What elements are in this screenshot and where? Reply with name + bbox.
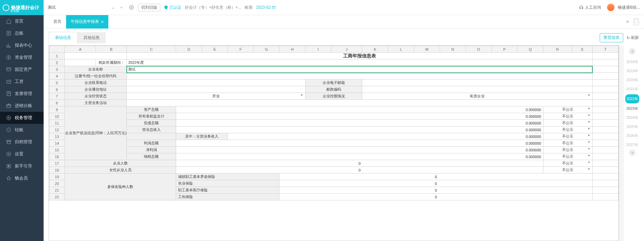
employee-count-input[interactable]: 0 [176,160,543,167]
cell[interactable] [592,80,618,86]
publish-select[interactable]: 不公示 [543,127,593,133]
cell[interactable] [65,59,96,66]
amount-input[interactable]: 0.000000 [176,140,543,147]
row-header[interactable]: 22 [49,194,65,200]
tab-home[interactable]: 首页 [49,15,66,29]
publish-select[interactable]: 不公示 [543,106,593,113]
publish-select[interactable]: 不公示 [543,160,593,167]
year-option[interactable]: 2020年 [624,76,641,85]
cell[interactable] [592,113,618,120]
row-header[interactable]: 18 [49,167,65,174]
amount-input[interactable]: 0.000000 [176,106,543,113]
year-option[interactable]: 2023年 [624,104,641,113]
nav-salary[interactable]: 工资 [0,76,44,88]
row-header[interactable]: 1 [49,53,65,59]
publish-select[interactable]: 不公示 [543,153,593,160]
cell[interactable] [592,147,618,153]
gear-icon[interactable] [128,4,135,11]
row-header[interactable]: 20 [49,180,65,187]
phone-input[interactable] [127,80,305,86]
tab-annual-report[interactable]: 年报信息申报表 × [66,15,108,29]
cell[interactable] [592,86,618,93]
row-header[interactable]: 7 [49,93,65,100]
row-header[interactable]: 5 [49,80,65,86]
cell[interactable] [592,187,618,194]
zipcode-input[interactable] [362,86,592,93]
amount-input[interactable]: 0.000000 [176,120,543,127]
row-header[interactable]: 10 [49,113,65,120]
vertical-scrollbar[interactable] [619,45,624,241]
row-header[interactable]: 15 [49,147,65,153]
year-option[interactable]: 2021年 [624,85,641,94]
status-select[interactable]: 开业 [127,93,305,100]
col-header[interactable]: J [331,46,362,53]
col-header[interactable]: S [572,46,592,53]
close-icon[interactable]: × [101,19,104,25]
cell[interactable] [65,53,127,59]
amount-input[interactable]: 0.000000 [176,127,543,133]
nav-archive[interactable]: 归档管理 [0,136,44,148]
col-header[interactable]: P [491,46,517,53]
nav-money[interactable]: 资金管理 [0,51,44,63]
insurance-count-input[interactable]: 0 [279,187,592,194]
year-down-button[interactable]: ∨ [629,149,636,156]
year-option[interactable]: 2022年 [625,94,639,103]
email-input[interactable] [362,80,592,86]
cell[interactable] [592,73,618,80]
year-option[interactable]: 2026年 [624,131,641,140]
row-header[interactable]: 11 [49,120,65,127]
switch-old-version-button[interactable]: 切到旧版 [138,4,160,11]
cell[interactable] [592,167,618,174]
cell[interactable] [592,180,618,187]
row-header[interactable]: 8 [49,100,65,106]
nav-gear[interactable]: 设置 [0,148,44,160]
cell[interactable] [592,59,618,66]
amount-input[interactable]: 0.000000 [228,133,543,140]
cell[interactable] [592,174,618,180]
col-header[interactable]: F [228,46,254,53]
col-header[interactable]: L [388,46,414,53]
cell[interactable] [592,140,618,147]
cell[interactable] [592,66,618,73]
nav-tax[interactable]: 税务管理 [0,112,44,124]
row-header[interactable]: 16 [49,153,65,160]
col-header[interactable]: A [65,46,96,53]
cell[interactable] [592,100,618,106]
cell[interactable] [592,194,618,200]
row-header[interactable]: 13 [49,133,65,140]
cell[interactable] [592,53,618,59]
amount-input[interactable]: 0.000000 [176,153,543,160]
row-header[interactable]: 19 [49,174,65,180]
col-header[interactable]: C [127,46,176,53]
col-header[interactable]: T [592,46,618,53]
row-header[interactable]: 6 [49,86,65,93]
insurance-count-input[interactable]: 0 [279,180,592,187]
female-count-input[interactable]: 0 [176,167,543,174]
nav-vip[interactable]: 畅会员 [0,172,44,184]
company-name-input[interactable]: 测试 [127,66,592,73]
year-option[interactable]: 2027年 [624,140,641,149]
col-header[interactable]: R [543,46,572,53]
col-header[interactable]: Q [518,46,543,53]
user-name[interactable]: 畅捷通B组... [618,5,640,10]
support-button[interactable]: 人工咨询 [579,5,601,10]
col-header[interactable]: M [414,46,440,53]
reg-number-input[interactable] [127,73,592,80]
avatar[interactable] [607,4,614,11]
spreadsheet[interactable]: ABCDEFGHIJKLMNOPQRST 1工商年报信息表2税款所属期间：202… [49,45,619,241]
row-header[interactable]: 4 [49,73,65,80]
col-header[interactable] [49,46,65,53]
business-input[interactable] [127,100,592,106]
expand-icon[interactable]: ⛶ [634,18,639,25]
nav-guide[interactable]: 新手引导 [0,160,44,172]
nav-home[interactable]: 首页 [0,15,44,27]
publish-select[interactable]: 不公示 [543,167,593,174]
publish-select[interactable]: 不公示 [543,113,593,120]
col-header[interactable]: N [440,46,466,53]
nav-ledger[interactable]: 总账 [0,27,44,39]
nav-asset[interactable]: 固定资产 [0,63,44,76]
cell[interactable] [592,93,618,100]
cell[interactable] [592,160,618,167]
publish-select[interactable]: 不公示 [543,120,593,127]
year-option[interactable]: 2025年 [624,122,641,131]
